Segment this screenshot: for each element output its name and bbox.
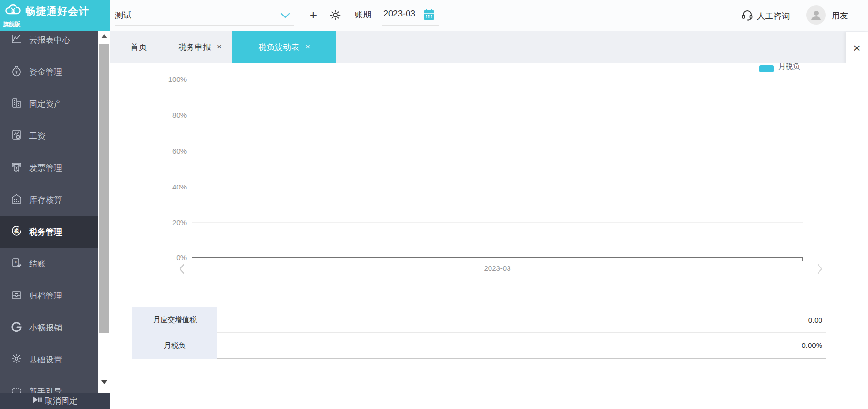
close-books-icon: ¥ xyxy=(11,257,22,271)
xiaochang-logo-icon xyxy=(11,321,22,335)
chevron-down-icon[interactable] xyxy=(280,12,290,20)
legend-swatch xyxy=(759,65,774,72)
sidebar-item-cloud-reports[interactable]: 云报表中心 xyxy=(0,31,98,56)
y-axis-tick: 80% xyxy=(129,111,187,119)
sidebar-item-label: 固定资产 xyxy=(29,98,62,110)
svg-text:税: 税 xyxy=(14,228,19,234)
sidebar-item-label: 归档管理 xyxy=(29,290,62,301)
sidebar-item-funds[interactable]: 资金管理 xyxy=(0,56,98,88)
settings-gear-icon[interactable] xyxy=(329,9,342,23)
user-name[interactable]: 用友 xyxy=(832,10,848,21)
chart-prev-arrow-icon[interactable] xyxy=(178,263,186,277)
y-axis-tick: 20% xyxy=(129,219,187,227)
sidebar-item-invoices[interactable]: 发票管理 xyxy=(0,152,98,184)
row-label: 月税负 xyxy=(132,333,217,359)
gear-icon xyxy=(11,353,22,367)
invoice-icon xyxy=(11,161,22,175)
chart-next-arrow-icon[interactable] xyxy=(816,263,824,277)
tax-coin-icon: 税 xyxy=(11,225,22,239)
topbar-divider xyxy=(798,8,798,22)
unpin-label: 取消固定 xyxy=(45,395,78,407)
calendar-icon[interactable] xyxy=(423,8,435,23)
tax-summary-table: 月应交增值税 0.00 月税负 0.00% xyxy=(132,307,826,359)
app-title: 畅捷通好会计 xyxy=(25,4,89,18)
y-axis-tick: 40% xyxy=(129,183,187,191)
sidebar-item-inventory[interactable]: 库存核算 xyxy=(0,184,98,216)
gridline xyxy=(192,115,803,115)
sidebar-item-label: 库存核算 xyxy=(29,194,62,205)
row-value: 0.00% xyxy=(217,333,826,359)
close-panel-button[interactable]: × xyxy=(846,32,868,64)
sidebar-item-fixed-assets[interactable]: 固定资产 xyxy=(0,88,98,120)
sidebar-item-label: 税务管理 xyxy=(29,226,62,237)
account-set-name[interactable]: 测试 xyxy=(115,10,131,21)
tab-home[interactable]: 首页 xyxy=(110,31,168,63)
tab-close-icon[interactable]: × xyxy=(217,42,222,52)
period-label: 账期 xyxy=(355,9,371,20)
gridline xyxy=(192,79,803,79)
top-bar: 畅捷通好会计 旗舰版 测试 + 账期 2023-03 xyxy=(0,0,868,31)
add-button[interactable]: + xyxy=(307,8,320,22)
tab-label: 首页 xyxy=(131,42,147,53)
period-underline xyxy=(382,25,439,26)
archive-tray-icon xyxy=(11,289,22,303)
user-avatar[interactable] xyxy=(806,5,826,25)
table-row: 月应交增值税 0.00 xyxy=(132,307,826,333)
x-axis-line xyxy=(192,257,803,258)
sidebar-item-closing[interactable]: ¥ 结账 xyxy=(0,248,98,280)
tab-close-icon[interactable]: × xyxy=(305,42,310,52)
sidebar-scrollbar[interactable] xyxy=(98,31,110,393)
scroll-down-arrow-icon[interactable] xyxy=(101,380,107,384)
sidebar-menu: 云报表中心 资金管理 固定资产 工资 xyxy=(0,31,98,408)
sidebar-item-label: 工资 xyxy=(29,130,46,142)
gridline xyxy=(192,187,803,187)
live-support-button[interactable]: 人工咨询 xyxy=(741,9,790,23)
y-axis-tick: 100% xyxy=(129,75,187,83)
collapse-pin-icon xyxy=(32,395,43,407)
sidebar-item-label: 资金管理 xyxy=(29,66,62,78)
table-row: 月税负 0.00% xyxy=(132,333,826,359)
tab-label: 税务申报 xyxy=(178,42,211,53)
tax-fluctuation-panel: 月税负 100% 80% 60% 40% 20% 0% 2023-03 月应交增… xyxy=(110,63,868,409)
sidebar-item-label: 发票管理 xyxy=(29,162,62,173)
brand-logo: 畅捷通好会计 旗舰版 xyxy=(0,0,110,31)
gridline xyxy=(192,151,803,151)
x-axis-tick xyxy=(192,258,192,261)
tab-bar: 首页 税务申报 × 税负波动表 × × xyxy=(110,31,868,63)
sidebar-item-xiaochang-expense[interactable]: 小畅报销 xyxy=(0,312,98,344)
sidebar-item-archive[interactable]: 归档管理 xyxy=(0,280,98,312)
sidebar: 云报表中心 资金管理 固定资产 工资 xyxy=(0,31,110,409)
scroll-up-arrow-icon[interactable] xyxy=(101,34,107,38)
close-icon: × xyxy=(853,41,860,56)
headset-icon xyxy=(741,9,753,23)
account-underline xyxy=(115,25,294,26)
building-icon xyxy=(11,97,22,111)
legend-label: 月税负 xyxy=(778,63,800,72)
sidebar-item-tax-management[interactable]: 税 税务管理 xyxy=(0,216,98,248)
sidebar-item-label: 基础设置 xyxy=(29,354,62,365)
y-axis-tick: 60% xyxy=(129,147,187,155)
svg-text:¥: ¥ xyxy=(14,259,17,264)
sidebar-item-label: 云报表中心 xyxy=(29,34,70,46)
salary-sheet-icon xyxy=(11,129,22,143)
row-label: 月应交增值税 xyxy=(132,307,217,333)
unpin-sidebar-button[interactable]: 取消固定 xyxy=(0,393,110,409)
warehouse-icon xyxy=(11,193,22,207)
y-axis-tick: 0% xyxy=(129,253,187,262)
sidebar-item-payroll[interactable]: 工资 xyxy=(0,120,98,152)
live-support-label: 人工咨询 xyxy=(757,11,790,22)
sidebar-item-basic-settings[interactable]: 基础设置 xyxy=(0,344,98,376)
chart-legend[interactable]: 月税负 xyxy=(759,63,800,72)
tab-tax-fluctuation-active[interactable]: 税负波动表 × xyxy=(232,31,336,63)
sidebar-item-label: 结账 xyxy=(29,258,46,269)
app-edition-label: 旗舰版 xyxy=(3,20,20,29)
gridline xyxy=(192,222,803,223)
x-axis-tick xyxy=(802,258,803,261)
period-value[interactable]: 2023-03 xyxy=(383,9,415,19)
scrollbar-thumb[interactable] xyxy=(99,44,109,333)
x-axis-label: 2023-03 xyxy=(468,264,526,272)
money-bag-icon xyxy=(11,65,22,79)
cloud-logo-icon xyxy=(5,4,21,18)
tab-tax-filing[interactable]: 税务申报 × xyxy=(168,31,232,63)
sidebar-item-label: 小畅报销 xyxy=(29,322,62,333)
